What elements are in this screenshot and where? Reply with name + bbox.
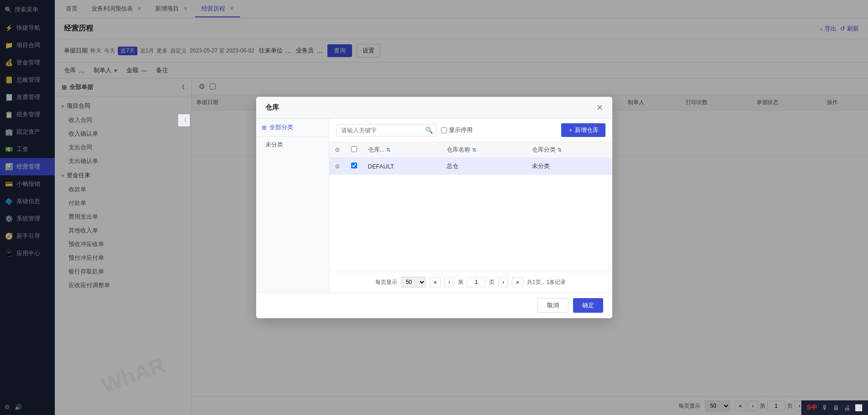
modal-total-label: 共1页，1条记录 [527, 278, 566, 286]
modal-per-page-select[interactable]: 50 100 [401, 277, 426, 288]
modal-grid-icon: ⊞ [262, 124, 267, 131]
modal-row-code: DEFAULT [363, 158, 441, 175]
modal-search-wrap: 🔍 [336, 124, 437, 137]
modal-confirm-button[interactable]: 确定 [573, 298, 603, 313]
modal-th-name[interactable]: 仓库名称 ⇅ [441, 142, 526, 158]
modal-settings-icon[interactable]: ⚙ [335, 147, 340, 153]
modal-th-code[interactable]: 仓库... ⇅ [363, 142, 441, 158]
modal-footer: 取消 确定 [256, 292, 612, 318]
modal-toolbar: 🔍 显示停用 ＋ 新增仓库 [329, 119, 612, 142]
col-sort-category: ⇅ [558, 147, 562, 152]
modal-row-name: 总仓 [441, 158, 526, 175]
taskbar-screen-icon[interactable]: 🖥 [833, 404, 839, 411]
modal-category-label: 未分类 [265, 141, 283, 148]
taskbar-mic-icon[interactable]: 🎙 [822, 404, 828, 411]
col-sort-code: ⇅ [386, 147, 390, 152]
modal-cancel-button[interactable]: 取消 [537, 298, 568, 313]
modal-table: ⚙ 仓库... ⇅ 仓库名称 [329, 142, 612, 175]
modal-header: 仓库 ✕ [256, 97, 612, 119]
modal-th-category[interactable]: 仓库分类 ⇅ [526, 142, 612, 158]
add-warehouse-button[interactable]: ＋ 新增仓库 [561, 123, 605, 137]
modal-th-code-label: 仓库... [368, 146, 385, 153]
modal-overlay[interactable]: 仓库 ✕ ⊞ 全部分类 《 未分类 [0, 0, 868, 415]
modal-row-checkbox [346, 158, 363, 175]
modal-left-all-category[interactable]: ⊞ 全部分类 [256, 119, 329, 137]
warehouse-modal: 仓库 ✕ ⊞ 全部分类 《 未分类 [256, 97, 612, 318]
modal-row-category: 未分类 [526, 158, 612, 175]
modal-row-settings: ⚙ [329, 158, 346, 175]
modal-close-button[interactable]: ✕ [596, 104, 603, 112]
modal-row-settings-icon[interactable]: ⚙ [335, 163, 340, 170]
taskbar-brand: S中 [807, 404, 817, 412]
modal-page-label: 第 [458, 278, 463, 286]
modal-th-category-label: 仓库分类 [532, 146, 556, 153]
modal-category-unclassified[interactable]: 未分类 [256, 137, 329, 153]
modal-page-first-btn[interactable]: « [430, 277, 441, 287]
modal-page-next-btn[interactable]: › [498, 277, 508, 287]
modal-page-suffix: 页 [489, 278, 494, 286]
col-sort-name: ⇅ [472, 147, 476, 152]
modal-left-panel: ⊞ 全部分类 《 未分类 [256, 119, 329, 292]
modal-th-settings: ⚙ [329, 142, 346, 158]
show-disabled-label[interactable]: 显示停用 [441, 126, 473, 134]
modal-table-wrap: ⚙ 仓库... ⇅ 仓库名称 [329, 142, 612, 272]
modal-left-all-label: 全部分类 [269, 123, 293, 131]
modal-page-input[interactable] [467, 277, 485, 287]
taskbar: S中 🎙 🖥 🖨 ⬜ [801, 400, 868, 415]
modal-select-all-checkbox[interactable] [351, 146, 357, 152]
modal-th-name-label: 仓库名称 [447, 146, 470, 153]
modal-search-input[interactable] [336, 124, 437, 137]
modal-per-page-label: 每页显示 [375, 278, 397, 286]
modal-category-list: 未分类 [256, 137, 329, 292]
modal-title: 仓库 [265, 103, 279, 112]
show-disabled-text: 显示停用 [449, 126, 473, 134]
modal-th-checkbox [346, 142, 363, 158]
modal-body: ⊞ 全部分类 《 未分类 🔍 [256, 119, 612, 292]
modal-table-row[interactable]: ⚙ DEFAULT 总仓 未分类 [329, 158, 612, 175]
modal-table-header-row: ⚙ 仓库... ⇅ 仓库名称 [329, 142, 612, 158]
add-warehouse-label: ＋ 新增仓库 [568, 126, 599, 134]
taskbar-window-icon[interactable]: ⬜ [855, 404, 863, 411]
modal-pagination: 每页显示 50 100 « ‹ 第 页 › » 共1页，1条记录 [329, 272, 612, 292]
taskbar-print-icon[interactable]: 🖨 [844, 404, 850, 411]
show-disabled-checkbox[interactable] [441, 127, 447, 133]
modal-row-select-checkbox[interactable] [351, 163, 357, 168]
modal-page-last-btn[interactable]: » [512, 277, 523, 287]
modal-page-prev-btn[interactable]: ‹ [444, 277, 454, 287]
modal-right-panel: 🔍 显示停用 ＋ 新增仓库 [329, 119, 612, 292]
